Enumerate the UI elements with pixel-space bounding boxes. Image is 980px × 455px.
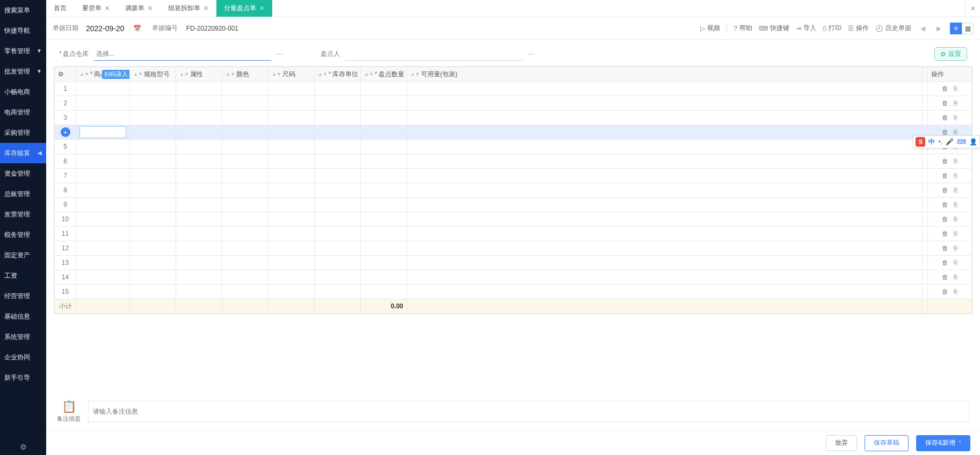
next-doc[interactable]: ▶	[934, 24, 943, 33]
table-row[interactable]: 13🗑⎘	[55, 256, 972, 270]
col-attr[interactable]: ▲▼属性	[176, 67, 222, 82]
copy-row-icon[interactable]: ⎘	[954, 259, 957, 266]
delete-row-icon[interactable]: 🗑	[942, 172, 948, 179]
table-row[interactable]: 11🗑⎘	[55, 227, 972, 241]
warehouse-picker[interactable]: ⋯	[277, 50, 284, 58]
table-row[interactable]: 1🗑⎘	[55, 82, 972, 96]
view-grid[interactable]: ▦	[962, 23, 974, 34]
close-icon[interactable]: ✕	[148, 5, 153, 12]
settings-button[interactable]: ⚙设置	[934, 47, 967, 61]
col-spec[interactable]: ▲▼规格型号	[130, 67, 176, 82]
tab-4[interactable]: 分量盘点单✕	[216, 0, 272, 17]
sidebar-item-1[interactable]: 快捷导航	[0, 20, 46, 41]
delete-row-icon[interactable]: 🗑	[942, 244, 948, 252]
table-row[interactable]: 6🗑⎘	[55, 154, 972, 169]
col-product[interactable]: ▲▼*商品扫码录入	[76, 67, 130, 82]
delete-row-icon[interactable]: 🗑	[942, 201, 948, 208]
delete-row-icon[interactable]: 🗑	[942, 114, 948, 121]
delete-row-icon[interactable]: 🗑	[942, 186, 948, 194]
tab-2[interactable]: 调拨单✕	[118, 0, 161, 17]
warehouse-input[interactable]	[94, 48, 271, 61]
table-row[interactable]: 8🗑⎘	[55, 183, 972, 198]
discard-button[interactable]: 放弃	[826, 435, 857, 451]
remark-input[interactable]	[88, 401, 969, 422]
sidebar-item-16[interactable]: 系统管理	[0, 327, 46, 347]
table-row[interactable]: 2🗑⎘	[55, 96, 972, 111]
sidebar-item-7[interactable]: 库存核算◀	[0, 143, 46, 163]
copy-row-icon[interactable]: ⎘	[954, 157, 957, 165]
col-size[interactable]: ▲▼尺码	[268, 67, 315, 82]
table-row[interactable]: 15🗑⎘	[55, 285, 972, 299]
table-row[interactable]: 3🗑⎘	[55, 111, 972, 125]
shortcut-button[interactable]: ⌨快捷键	[759, 24, 789, 33]
copy-row-icon[interactable]: ⎘	[954, 215, 957, 223]
sidebar-item-8[interactable]: 资金管理	[0, 163, 46, 184]
delete-row-icon[interactable]: 🗑	[942, 215, 948, 223]
sidebar-item-15[interactable]: 基础信息	[0, 306, 46, 327]
add-row-icon[interactable]: +	[61, 127, 70, 137]
view-list[interactable]: ≡	[950, 23, 962, 34]
sidebar-item-3[interactable]: 批发管理▼	[0, 61, 46, 82]
sidebar-item-5[interactable]: 电商管理	[0, 102, 46, 122]
table-row[interactable]: 7🗑⎘	[55, 169, 972, 183]
tabs-close-all[interactable]: ✕	[965, 0, 980, 17]
delete-row-icon[interactable]: 🗑	[942, 259, 948, 266]
copy-row-icon[interactable]: ⎘	[954, 114, 957, 121]
table-row[interactable]: 5🗑⎘	[55, 140, 972, 154]
tab-3[interactable]: 组装拆卸单✕	[161, 0, 216, 17]
col-color[interactable]: ▲▼颜色	[222, 67, 268, 82]
col-qty[interactable]: ▲▼*盘点数量	[361, 67, 407, 82]
delete-row-icon[interactable]: 🗑	[942, 128, 948, 136]
sidebar-item-11[interactable]: 税务管理	[0, 225, 46, 245]
print-button[interactable]: ⎙打印	[823, 24, 841, 33]
table-row[interactable]: 9🗑⎘	[55, 198, 972, 212]
sidebar-item-10[interactable]: 发票管理	[0, 204, 46, 225]
tab-1[interactable]: 要货单✕	[75, 0, 118, 17]
copy-row-icon[interactable]: ⎘	[954, 172, 957, 179]
sidebar-item-6[interactable]: 采购管理	[0, 122, 46, 143]
date-value[interactable]: 2022-09-20	[86, 24, 125, 33]
table-row[interactable]: +🗑⎘	[55, 125, 972, 140]
table-row[interactable]: 14🗑⎘	[55, 270, 972, 285]
copy-row-icon[interactable]: ⎘	[954, 273, 957, 281]
scan-entry-badge[interactable]: 扫码录入	[102, 70, 130, 79]
copy-row-icon[interactable]: ⎘	[954, 201, 957, 208]
import-button[interactable]: ⇥导入	[796, 24, 816, 33]
close-icon[interactable]: ✕	[259, 5, 264, 12]
product-cell-input[interactable]	[79, 126, 126, 138]
person-picker[interactable]: ⋯	[528, 50, 535, 58]
sidebar-item-13[interactable]: 工资	[0, 265, 46, 286]
copy-row-icon[interactable]: ⎘	[954, 85, 957, 92]
col-unit[interactable]: ▲▼*库存单位	[315, 67, 361, 82]
copy-row-icon[interactable]: ⎘	[954, 244, 957, 252]
table-row[interactable]: 10🗑⎘	[55, 212, 972, 227]
tab-0[interactable]: 首页	[46, 0, 75, 17]
sidebar-item-0[interactable]: 搜索菜单	[0, 0, 46, 20]
delete-row-icon[interactable]: 🗑	[942, 273, 948, 281]
help-button[interactable]: ?帮助	[734, 24, 752, 33]
sidebar-item-9[interactable]: 总账管理	[0, 184, 46, 204]
person-input[interactable]	[345, 48, 522, 61]
delete-row-icon[interactable]: 🗑	[942, 99, 948, 107]
delete-row-icon[interactable]: 🗑	[942, 288, 948, 295]
copy-row-icon[interactable]: ⎘	[954, 99, 957, 107]
delete-row-icon[interactable]: 🗑	[942, 85, 948, 92]
video-button[interactable]: ▷视频	[700, 24, 720, 33]
copy-row-icon[interactable]: ⎘	[954, 288, 957, 295]
sidebar-settings[interactable]	[0, 439, 46, 455]
col-avail[interactable]: ▲▼可用量(包装)	[407, 67, 923, 82]
sidebar-item-17[interactable]: 企业协同	[0, 347, 46, 367]
copy-row-icon[interactable]: ⎘	[954, 230, 957, 237]
table-row[interactable]: 12🗑⎘	[55, 241, 972, 256]
copy-row-icon[interactable]: ⎘	[954, 186, 957, 194]
close-icon[interactable]: ✕	[204, 5, 208, 12]
sidebar-item-4[interactable]: 小畅电商	[0, 82, 46, 102]
prev-doc[interactable]: ◀	[918, 24, 927, 33]
calendar-icon[interactable]: 📅	[133, 25, 141, 32]
delete-row-icon[interactable]: 🗑	[942, 230, 948, 237]
close-icon[interactable]: ✕	[105, 5, 110, 12]
delete-row-icon[interactable]: 🗑	[942, 157, 948, 165]
sidebar-item-18[interactable]: 新手引导	[0, 367, 46, 388]
copy-row-icon[interactable]: ⎘	[954, 128, 957, 136]
save-draft-button[interactable]: 保存草稿	[865, 435, 909, 451]
